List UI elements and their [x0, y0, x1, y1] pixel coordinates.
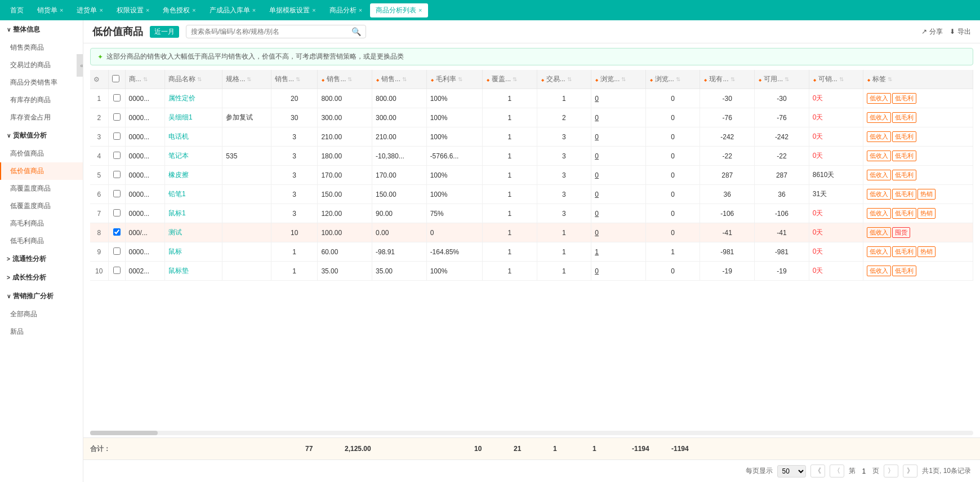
view1-val[interactable]: 0: [591, 166, 646, 185]
nav-product-analysis[interactable]: 商品分析 ×: [324, 3, 368, 17]
product-name[interactable]: 铅笔1: [165, 185, 222, 204]
col-settings[interactable]: ⚙: [90, 70, 108, 89]
product-name[interactable]: 属性定价: [165, 89, 222, 108]
row-checkbox[interactable]: [113, 113, 121, 121]
col-code[interactable]: 商... ⇅: [125, 70, 165, 89]
col-sellable[interactable]: ⬥ 可销... ⇅: [809, 70, 863, 89]
nav-close-icon[interactable]: ×: [192, 7, 195, 14]
row-checkbox-cell[interactable]: [108, 185, 125, 204]
nav-sales-order[interactable]: 销货单 ×: [32, 3, 69, 17]
prev-page-button[interactable]: 〈: [830, 465, 844, 477]
sidebar-group-overall[interactable]: ∨ 整体信息: [0, 20, 83, 39]
row-checkbox-cell[interactable]: [108, 204, 125, 223]
col-trade[interactable]: ⬥ 交易... ⇅: [537, 70, 591, 89]
col-current[interactable]: ⬥ 现有... ⇅: [700, 70, 755, 89]
col-tags[interactable]: ⬥ 标签 ⇅: [863, 70, 973, 89]
product-name[interactable]: 鼠标1: [165, 204, 222, 223]
export-button[interactable]: ⬇ 导出: [950, 27, 971, 37]
sidebar-item-high-coverage[interactable]: 高覆盖度商品: [0, 180, 83, 197]
view1-val[interactable]: 0: [591, 262, 646, 281]
sidebar-collapse-btn[interactable]: «: [77, 54, 83, 77]
row-checkbox[interactable]: [113, 190, 121, 197]
next-page-button[interactable]: 〉: [884, 465, 898, 477]
product-name[interactable]: 电话机: [165, 127, 222, 147]
view1-val[interactable]: 0: [591, 108, 646, 127]
col-margin[interactable]: ⬥ 毛利率 ⇅: [426, 70, 482, 89]
sidebar-item-category-sales-rate[interactable]: 商品分类销售率: [0, 74, 83, 91]
row-checkbox-cell[interactable]: [108, 223, 125, 242]
nav-close-icon[interactable]: ×: [99, 7, 103, 14]
per-page-select[interactable]: 50 100 200: [777, 465, 806, 477]
sidebar-group-liquidity[interactable]: > 流通性分析: [0, 250, 83, 268]
col-sales-cost[interactable]: ⬥ 销售... ⇅: [372, 70, 427, 89]
sidebar-item-high-margin[interactable]: 高毛利商品: [0, 215, 83, 232]
row-checkbox[interactable]: [113, 209, 121, 216]
row-checkbox[interactable]: [113, 228, 121, 236]
settings-icon[interactable]: ⚙: [93, 76, 100, 83]
row-checkbox-cell[interactable]: [108, 242, 125, 262]
col-sales-qty[interactable]: 销售... ⇅: [271, 70, 318, 89]
nav-product-warehouse[interactable]: 产成品入库单 ×: [204, 3, 261, 17]
view1-val[interactable]: 0: [591, 223, 646, 242]
col-name[interactable]: 商品名称 ⇅: [165, 70, 222, 89]
sidebar-group-contribution[interactable]: ∨ 贡献值分析: [0, 126, 83, 145]
scrollbar-thumb[interactable]: [90, 431, 158, 435]
row-checkbox[interactable]: [113, 267, 121, 274]
col-sales-amount[interactable]: ⬥ 销售... ⇅: [318, 70, 372, 89]
view1-val[interactable]: 0: [591, 185, 646, 204]
view1-val[interactable]: 1: [591, 242, 646, 262]
sidebar-item-low-coverage[interactable]: 低覆盖度商品: [0, 197, 83, 215]
view1-val[interactable]: 0: [591, 127, 646, 147]
nav-close-icon[interactable]: ×: [60, 7, 63, 14]
sidebar-item-sales-goods[interactable]: 销售类商品: [0, 39, 83, 56]
sidebar-item-low-value[interactable]: 低价值商品: [0, 162, 83, 180]
row-checkbox-cell[interactable]: [108, 147, 125, 166]
row-checkbox-cell[interactable]: [108, 127, 125, 147]
row-checkbox-cell[interactable]: [108, 108, 125, 127]
view1-val[interactable]: 0: [591, 147, 646, 166]
sidebar-item-low-margin[interactable]: 低毛利商品: [0, 232, 83, 250]
time-filter-badge[interactable]: 近一月: [150, 26, 179, 38]
row-checkbox-cell[interactable]: [108, 166, 125, 185]
nav-close-icon[interactable]: ×: [359, 7, 362, 14]
horizontal-scrollbar[interactable]: [90, 431, 973, 435]
nav-role-auth[interactable]: 角色授权 ×: [157, 3, 201, 17]
view1-val[interactable]: 0: [591, 89, 646, 108]
row-checkbox[interactable]: [113, 152, 121, 159]
nav-close-icon[interactable]: ×: [418, 7, 422, 14]
sidebar-item-all-goods[interactable]: 全部商品: [0, 306, 83, 323]
row-checkbox[interactable]: [113, 132, 121, 140]
row-checkbox[interactable]: [113, 171, 121, 178]
product-name[interactable]: 吴细细1: [165, 108, 222, 127]
col-spec[interactable]: 规格... ⇅: [222, 70, 271, 89]
sidebar-item-stock-capital[interactable]: 库存资金占用: [0, 109, 83, 126]
sidebar-item-traded-goods[interactable]: 交易过的商品: [0, 56, 83, 74]
row-checkbox-cell[interactable]: [108, 262, 125, 281]
search-input[interactable]: [191, 28, 348, 36]
first-page-button[interactable]: 《: [810, 465, 825, 477]
product-name[interactable]: 测试: [165, 223, 222, 242]
last-page-button[interactable]: 》: [903, 465, 917, 477]
col-view1[interactable]: ⬥ 浏览... ⇅: [591, 70, 646, 89]
view1-val[interactable]: 0: [591, 204, 646, 223]
search-icon[interactable]: 🔍: [351, 27, 361, 36]
sidebar-group-growth[interactable]: > 成长性分析: [0, 268, 83, 287]
sidebar-group-marketing[interactable]: ∨ 营销推广分析: [0, 287, 83, 306]
col-available[interactable]: ⬥ 可用... ⇅: [755, 70, 809, 89]
sidebar-item-stock-goods[interactable]: 有库存的商品: [0, 91, 83, 109]
product-name[interactable]: 笔记本: [165, 147, 222, 166]
product-name[interactable]: 橡皮擦: [165, 166, 222, 185]
sidebar-item-new-goods[interactable]: 新品: [0, 323, 83, 341]
nav-permission-settings[interactable]: 权限设置 ×: [111, 3, 155, 17]
nav-close-icon[interactable]: ×: [146, 7, 149, 14]
col-coverage[interactable]: ⬥ 覆盖... ⇅: [483, 70, 537, 89]
share-button[interactable]: ↗ 分享: [921, 27, 943, 37]
row-checkbox-cell[interactable]: [108, 89, 125, 108]
product-name[interactable]: 鼠标: [165, 242, 222, 262]
nav-close-icon[interactable]: ×: [312, 7, 315, 14]
sidebar-item-high-value[interactable]: 高价值商品: [0, 145, 83, 162]
row-checkbox[interactable]: [113, 247, 121, 255]
select-all-checkbox[interactable]: [112, 75, 119, 82]
row-checkbox[interactable]: [113, 94, 121, 101]
nav-close-icon[interactable]: ×: [252, 7, 256, 14]
